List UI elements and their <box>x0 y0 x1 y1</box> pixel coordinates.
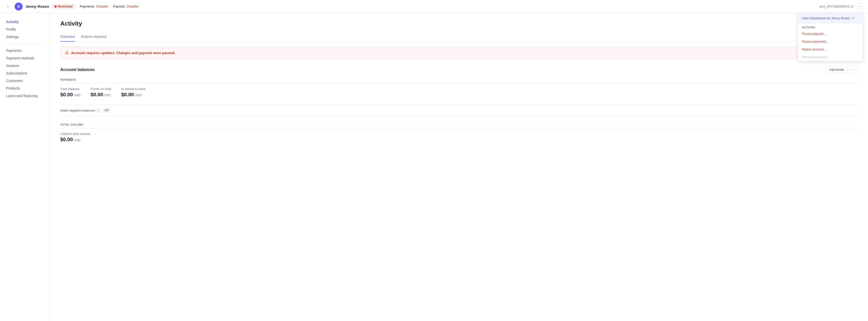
add-funds-button[interactable]: Add funds <box>826 66 848 73</box>
lifetime-value: $0.00USD <box>60 137 858 142</box>
total-balance-item: Total balance $0.00USD <box>60 87 81 98</box>
header-right: acct_1PkTJj2kINftDvI2 ⧉ ··· <box>819 3 863 10</box>
sidebar-item-activity[interactable]: Activity <box>0 18 50 26</box>
header-left: ← S Jenny Rosen Restricted Payments Disa… <box>5 2 819 10</box>
payments-nav-item: Payments Disabled <box>78 4 110 8</box>
funds-hold-label: Funds on hold <box>91 87 111 91</box>
funds-hold-item: Funds on hold $0.00USD <box>91 87 111 98</box>
account-id: acct_1PkTJj2kINftDvI2 ⧉ <box>819 5 853 8</box>
alert-message: Account requires updates. Charges and pa… <box>71 51 175 55</box>
restricted-dot <box>54 5 57 8</box>
payouts-nav-item: Payouts Disabled <box>111 4 141 8</box>
back-button[interactable]: ← <box>5 3 11 10</box>
in-transit-label: In transit to bank <box>121 87 146 91</box>
total-balance-currency: USD <box>73 93 81 97</box>
sidebar-item-profile[interactable]: Profile <box>0 26 50 33</box>
copy-icon[interactable]: ⧉ <box>851 5 853 8</box>
sidebar-item-payment-methods[interactable]: Payment methods <box>0 55 50 62</box>
account-balances-title: Account balances <box>60 67 95 72</box>
debit-negative-label: Debit negative balances i <box>60 109 100 112</box>
payments-sublabel: PAYMENTS <box>60 78 858 83</box>
sidebar-item-customers[interactable]: Customers <box>0 77 50 84</box>
balance-more-button[interactable]: ··· <box>850 66 858 73</box>
total-balance-value: $0.00USD <box>60 92 81 98</box>
reject-account-item[interactable]: Reject account... <box>798 45 863 53</box>
actions-dropdown: View Dashboard as Jenny Rosen ↗ Actions … <box>798 13 863 61</box>
in-transit-value: $0.00USD <box>121 92 146 98</box>
layout: Activity Profile Settings Payments Payme… <box>0 13 868 321</box>
payouts-nav-status: Disabled <box>127 5 138 8</box>
sidebar-item-payments[interactable]: Payments <box>0 47 50 55</box>
tabs: Overview Actions required <box>60 32 858 42</box>
total-volume-section: TOTAL VOLUME Lifetime total volume $0.00… <box>60 123 858 142</box>
sidebar-item-subscriptions[interactable]: Subscriptions <box>0 69 50 77</box>
tab-actions-required[interactable]: Actions required <box>81 32 106 42</box>
alert-banner: ⚠ Account requires updates. Charges and … <box>60 47 858 59</box>
account-name: Jenny Rosen <box>26 4 49 8</box>
lifetime-label: Lifetime total volume <box>60 132 858 136</box>
page-title: Activity <box>60 20 858 27</box>
pause-payouts-item[interactable]: Pause payouts... <box>798 30 863 38</box>
tab-overview[interactable]: Overview <box>60 32 75 42</box>
total-balance-label: Total balance <box>60 87 81 91</box>
external-link-icon: ↗ <box>852 16 855 20</box>
view-dashboard-label: View Dashboard as Jenny Rosen <box>802 16 850 20</box>
sidebar: Activity Profile Settings Payments Payme… <box>0 13 50 321</box>
sidebar-item-products[interactable]: Products <box>0 84 50 92</box>
balance-actions: Add funds ··· <box>826 66 858 73</box>
sidebar-item-settings[interactable]: Settings <box>0 33 50 41</box>
funds-hold-value: $0.00USD <box>91 92 111 98</box>
total-volume-sublabel: TOTAL VOLUME <box>60 123 858 129</box>
avatar: S <box>14 2 23 10</box>
sidebar-item-loans-financing[interactable]: Loans and financing <box>0 92 50 100</box>
payments-nav-label: Payments <box>80 4 94 8</box>
debit-info-icon[interactable]: i <box>97 109 100 112</box>
account-balances-section: Account balances Add funds ··· <box>60 66 858 73</box>
alert-icon: ⚠ <box>65 50 68 55</box>
sidebar-item-invoices[interactable]: Invoices <box>0 62 50 69</box>
view-dashboard-button[interactable]: View Dashboard as Jenny Rosen ↗ <box>798 13 863 23</box>
debit-negative-row: Debit negative balances i Off <box>60 105 858 116</box>
actions-section-label: Actions <box>798 23 863 30</box>
debit-negative-status: Off <box>102 108 111 113</box>
payments-nav-status: Disabled <box>96 5 108 8</box>
header-nav: Payments Disabled Payouts Disabled <box>78 4 141 8</box>
lifetime-currency: USD <box>73 138 81 142</box>
header: ← S Jenny Rosen Restricted Payments Disa… <box>0 0 868 13</box>
restricted-badge: Restricted <box>52 4 75 9</box>
restricted-label: Restricted <box>58 5 72 8</box>
balance-grid: Total balance $0.00USD Funds on hold $0.… <box>60 87 858 98</box>
more-button[interactable]: ··· <box>855 3 863 10</box>
main-content: Activity Overview Actions required ⚠ Acc… <box>50 13 868 321</box>
pause-payments-item[interactable]: Pause payments... <box>798 38 863 45</box>
funds-hold-currency: USD <box>104 93 111 97</box>
in-transit-item: In transit to bank $0.00USD <box>121 87 146 98</box>
payouts-nav-label: Payouts <box>113 4 125 8</box>
remove-account-item: Remove account... <box>798 53 863 61</box>
in-transit-currency: USD <box>135 93 142 97</box>
account-id-text: acct_1PkTJj2kINftDvI2 <box>819 5 850 8</box>
